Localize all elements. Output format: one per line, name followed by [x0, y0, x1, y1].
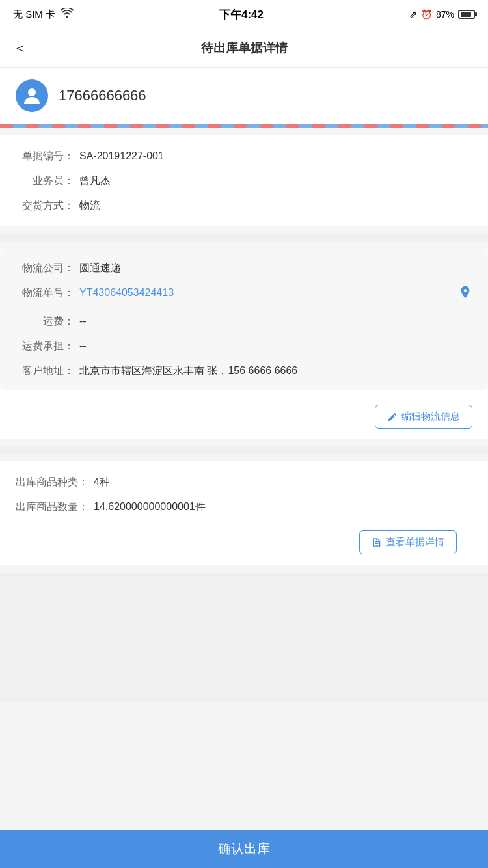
salesman-value: 曾凡杰 — [79, 173, 472, 189]
logistics-company-value: 圆通速递 — [79, 260, 472, 276]
logistics-card: 物流公司： 圆通速递 物流单号： YT43064053424413 运费： --… — [0, 249, 488, 390]
delivery-row: 交货方式： 物流 — [16, 198, 472, 213]
gray-divider-3 — [0, 573, 488, 703]
goods-type-label: 出库商品种类： — [16, 474, 88, 490]
edit-btn-row: 编辑物流信息 — [0, 398, 488, 439]
logistics-company-label: 物流公司： — [16, 260, 74, 276]
delivery-label: 交货方式： — [16, 198, 74, 213]
edit-logistics-button[interactable]: 编辑物流信息 — [375, 405, 472, 429]
goods-type-row: 出库商品种类： 4种 — [16, 474, 472, 490]
customer-avatar — [16, 79, 48, 112]
address-row: 客户地址： 北京市市辖区海淀区永丰南 张，156 6666 6666 — [16, 363, 472, 379]
document-number-value: SA-20191227-001 — [79, 148, 472, 164]
location-icon: ⇗ — [409, 9, 417, 20]
gray-divider-2 — [0, 447, 488, 454]
edit-icon — [387, 412, 398, 422]
goods-quantity-label: 出库商品数量： — [16, 499, 88, 515]
confirm-btn-wrap[interactable]: 确认出库 — [0, 830, 488, 868]
nav-title: 待出库单据详情 — [201, 40, 288, 57]
address-label: 客户地址： — [16, 363, 74, 379]
edit-logistics-label: 编辑物流信息 — [401, 411, 460, 423]
bottom-spacer — [0, 703, 488, 748]
goods-type-value: 4种 — [94, 474, 472, 490]
document-info-section: 单据编号： SA-20191227-001 业务员： 曾凡杰 交货方式： 物流 — [0, 135, 488, 226]
back-button[interactable]: ＜ — [8, 33, 33, 63]
status-right: ⇗ ⏰ 87% — [409, 9, 475, 20]
logistics-company-row: 物流公司： 圆通速递 — [16, 260, 472, 276]
goods-quantity-value: 14.620000000000001件 — [94, 499, 472, 515]
logistics-section: 物流公司： 圆通速递 物流单号： YT43064053424413 运费： --… — [0, 249, 488, 439]
salesman-row: 业务员： 曾凡杰 — [16, 173, 472, 189]
delivery-value: 物流 — [79, 198, 472, 213]
customer-phone: 17666666666 — [59, 87, 146, 104]
tracking-label: 物流单号： — [16, 285, 74, 301]
svg-point-0 — [28, 88, 36, 96]
salesman-label: 业务员： — [16, 173, 74, 189]
battery-percent: 87% — [436, 9, 454, 20]
freight-value: -- — [79, 314, 472, 329]
stripe-divider — [0, 124, 488, 128]
address-value: 北京市市辖区海淀区永丰南 张，156 6666 6666 — [79, 363, 472, 379]
freight-bearer-row: 运费承担： -- — [16, 338, 472, 354]
nav-bar: ＜ 待出库单据详情 — [0, 29, 488, 68]
alarm-icon: ⏰ — [421, 9, 432, 20]
view-document-label: 查看单据详情 — [386, 536, 444, 549]
view-btn-row: 查看单据详情 — [16, 524, 472, 565]
view-document-button[interactable]: 查看单据详情 — [359, 530, 457, 554]
freight-row: 运费： -- — [16, 314, 472, 329]
document-number-label: 单据编号： — [16, 148, 74, 164]
person-icon — [22, 86, 42, 105]
location-pin-icon[interactable] — [458, 285, 472, 305]
customer-header: 17666666666 — [0, 68, 488, 124]
gray-divider-1 — [0, 234, 488, 241]
document-icon — [372, 537, 382, 548]
carrier-text: 无 SIM 卡 — [13, 8, 55, 21]
tracking-value: YT43064053424413 — [79, 285, 452, 301]
freight-bearer-label: 运费承担： — [16, 338, 74, 354]
goods-quantity-row: 出库商品数量： 14.620000000000001件 — [16, 499, 472, 515]
confirm-btn-label: 确认出库 — [218, 841, 270, 856]
status-left: 无 SIM 卡 — [13, 8, 74, 21]
status-bar: 无 SIM 卡 下午4:42 ⇗ ⏰ 87% — [0, 0, 488, 29]
goods-section: 出库商品种类： 4种 出库商品数量： 14.620000000000001件 查… — [0, 461, 488, 565]
battery-icon — [458, 10, 475, 19]
wifi-icon — [61, 8, 74, 21]
freight-bearer-value: -- — [79, 338, 472, 354]
status-time: 下午4:42 — [219, 7, 264, 22]
freight-label: 运费： — [16, 314, 74, 329]
tracking-row: 物流单号： YT43064053424413 — [16, 285, 472, 305]
document-number-row: 单据编号： SA-20191227-001 — [16, 148, 472, 164]
